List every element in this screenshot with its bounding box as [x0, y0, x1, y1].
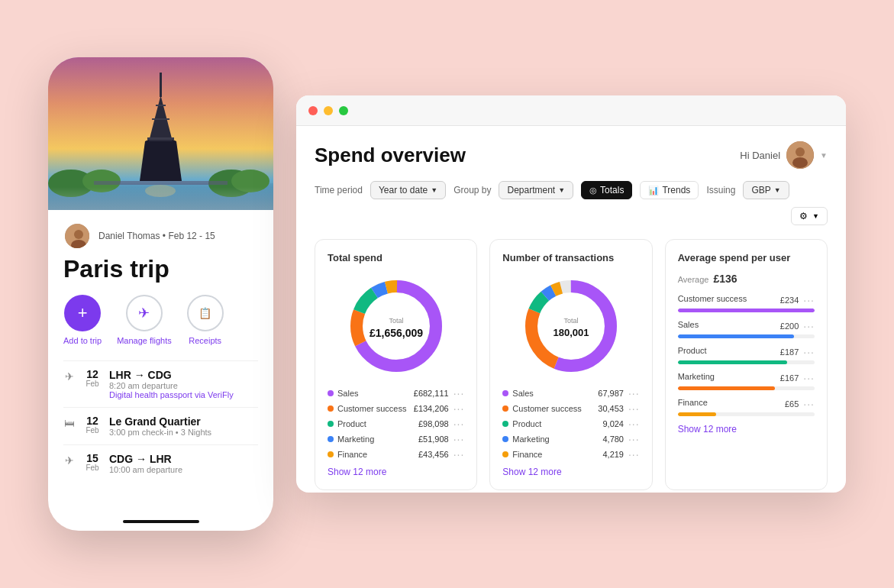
- avg-label: Average: [678, 275, 709, 284]
- legend-item-3: Marketing £51,908···: [328, 433, 464, 445]
- bar-value-0: £234: [780, 296, 799, 305]
- bar-label-2: Product: [678, 346, 707, 358]
- svg-point-5: [231, 170, 269, 192]
- transactions-title: Number of transactions: [502, 252, 639, 263]
- item-date-0: 12 Feb: [83, 369, 102, 388]
- chevron-down-icon[interactable]: ▼: [820, 151, 828, 160]
- avg-header: Average £136: [678, 273, 815, 285]
- receipts-icon: 📋: [187, 295, 224, 331]
- tx-legend-1: Customer success 30,453···: [502, 402, 639, 415]
- chevron-icon: ▼: [431, 186, 437, 194]
- bar-value-3: £167: [780, 373, 799, 383]
- svg-rect-12: [94, 181, 228, 185]
- bar-menu-4[interactable]: ···: [803, 398, 815, 410]
- window-header: Spend overview Hi Daniel ▼: [315, 141, 828, 169]
- chart-icon: ◎: [589, 186, 597, 195]
- avg-value: £136: [713, 273, 737, 285]
- manage-flights-label: Manage flights: [117, 336, 172, 345]
- desktop-window: Spend overview Hi Daniel ▼ Time period: [296, 95, 846, 493]
- receipts-action[interactable]: 📋 Receipts: [187, 295, 224, 345]
- transactions-donut: Total 180,001: [502, 273, 639, 380]
- time-period-dropdown[interactable]: Year to date ▼: [370, 181, 446, 199]
- add-to-trip-icon: +: [64, 295, 101, 331]
- bar-value-2: £187: [780, 347, 799, 357]
- phone-itinerary: ✈ 12 Feb LHR → CDG 8:20 am departure Dig…: [63, 360, 258, 482]
- phone-actions-row: + Add to trip ✈ Manage flights 📋 Receipt…: [63, 295, 258, 345]
- chevron-icon-4: ▼: [812, 212, 819, 220]
- tx-legend-3: Marketing 4,780···: [502, 433, 639, 445]
- currency-dropdown[interactable]: GBP ▼: [743, 181, 789, 199]
- chevron-icon-2: ▼: [558, 186, 565, 194]
- bar-row-2: Product £187 ···: [678, 346, 815, 364]
- bar-value-1: £200: [780, 321, 799, 331]
- add-to-trip-label: Add to trip: [63, 336, 102, 345]
- bar-value-4: £65: [785, 399, 799, 409]
- toolbar: Time period Year to date ▼ Group by Depa…: [315, 181, 828, 225]
- window-body: Spend overview Hi Daniel ▼ Time period: [296, 126, 846, 493]
- legend-item-1: Customer success £134,206···: [328, 402, 464, 415]
- avg-spend-bars: Customer success £234 ··· Sale: [678, 294, 815, 416]
- avg-spend-title: Average spend per user: [678, 252, 815, 263]
- transactions-show-more[interactable]: Show 12 more: [502, 467, 639, 477]
- page-title: Spend overview: [315, 144, 466, 167]
- svg-rect-11: [156, 105, 166, 106]
- svg-text:Total: Total: [563, 317, 578, 325]
- bar-menu-1[interactable]: ···: [803, 320, 815, 332]
- maximize-button[interactable]: [339, 106, 348, 115]
- svg-point-15: [74, 230, 83, 239]
- phone-content: Daniel Thomas • Feb 12 - 15 Paris trip +…: [48, 210, 273, 494]
- bar-label-0: Customer success: [678, 294, 747, 306]
- filter-button[interactable]: ⚙ ▼: [791, 207, 828, 225]
- user-name: Daniel Thomas: [98, 231, 160, 241]
- bar-menu-2[interactable]: ···: [803, 346, 815, 358]
- scene: Daniel Thomas • Feb 12 - 15 Paris trip +…: [48, 57, 846, 531]
- filter-icon: ⚙: [799, 211, 808, 221]
- totals-button[interactable]: ◎ Totals: [581, 181, 632, 199]
- bar-menu-3[interactable]: ···: [803, 372, 815, 384]
- flight-icon-0: ✈: [63, 370, 76, 383]
- user-greeting-area: Hi Daniel ▼: [740, 141, 828, 169]
- trip-dates: Feb 12 - 15: [168, 231, 215, 241]
- home-indicator: [123, 520, 199, 523]
- minimize-button[interactable]: [324, 106, 333, 115]
- item-date-2: 15 Feb: [83, 453, 102, 472]
- bar-row-1: Sales £200 ···: [678, 320, 815, 338]
- desktop-avatar: [786, 141, 814, 169]
- item-date-1: 12 Feb: [83, 415, 102, 435]
- add-to-trip-action[interactable]: + Add to trip: [63, 295, 102, 345]
- svg-point-18: [796, 147, 805, 157]
- legend-item-4: Finance £43,456···: [328, 448, 464, 460]
- time-period-label: Time period: [315, 185, 363, 195]
- hotel-icon-1: 🛏: [63, 417, 76, 429]
- window-titlebar: [296, 95, 846, 126]
- bar-menu-0[interactable]: ···: [803, 294, 815, 306]
- transactions-legend: Sales 67,987··· Customer success 30,453·…: [502, 387, 639, 460]
- bar-label-1: Sales: [678, 320, 699, 332]
- chevron-icon-3: ▼: [774, 186, 781, 194]
- svg-rect-8: [160, 73, 162, 97]
- total-spend-card: Total spend: [315, 239, 477, 490]
- user-info: Daniel Thomas • Feb 12 - 15: [98, 231, 215, 241]
- avatar: [63, 222, 91, 250]
- manage-flights-action[interactable]: ✈ Manage flights: [117, 295, 172, 345]
- legend-item-2: Product £98,098···: [328, 418, 464, 430]
- flight-icon-2: ✈: [63, 454, 76, 467]
- trends-button[interactable]: 📊 Trends: [640, 181, 699, 199]
- tx-legend-4: Finance 4,219···: [502, 448, 639, 460]
- total-spend-legend: Sales £682,111··· Customer success £134,…: [328, 387, 464, 460]
- svg-text:180,001: 180,001: [553, 327, 589, 338]
- avg-spend-show-more[interactable]: Show 12 more: [678, 424, 815, 435]
- itinerary-item-0: ✈ 12 Feb LHR → CDG 8:20 am departure Dig…: [63, 360, 258, 407]
- receipts-label: Receipts: [189, 336, 221, 345]
- phone-hero-image: [48, 57, 273, 210]
- avg-spend-card: Average spend per user Average £136 Cust…: [665, 239, 828, 490]
- total-spend-show-more[interactable]: Show 12 more: [328, 467, 464, 477]
- close-button[interactable]: [308, 106, 318, 115]
- manage-flights-icon: ✈: [126, 295, 163, 331]
- svg-text:£1,656,009: £1,656,009: [370, 327, 423, 339]
- bar-row-0: Customer success £234 ···: [678, 294, 815, 312]
- group-by-label: Group by: [453, 185, 491, 195]
- issuing-label: Issuing: [706, 185, 735, 195]
- group-by-dropdown[interactable]: Department ▼: [499, 181, 573, 199]
- total-spend-title: Total spend: [328, 252, 464, 263]
